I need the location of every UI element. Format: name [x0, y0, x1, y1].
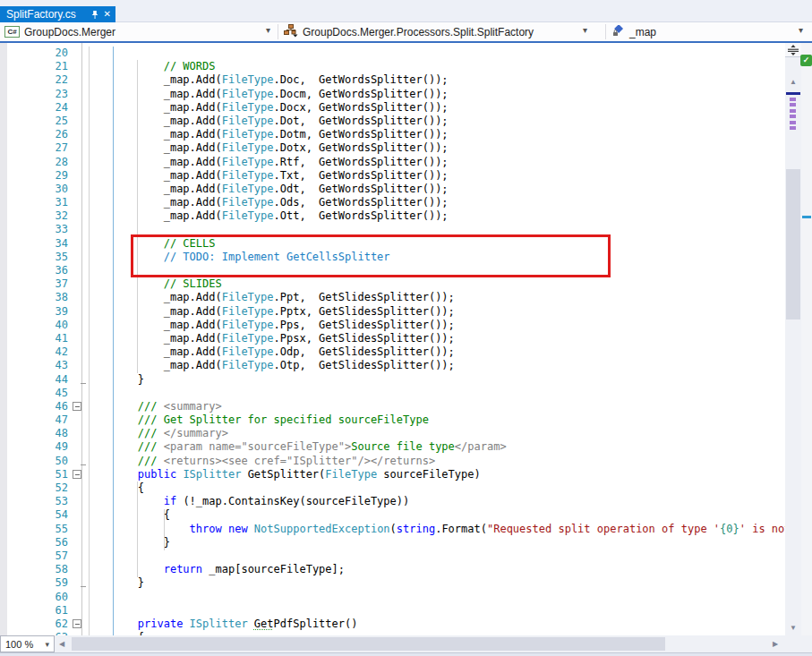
code-line[interactable]: 58 return _map[sourceFileType];	[0, 563, 785, 576]
scrollbar-purple-mark	[790, 126, 796, 130]
code-line[interactable]: 20	[0, 47, 785, 60]
code-editor[interactable]: 2021 // WORDS22 _map.Add(FileType.Doc, G…	[0, 43, 785, 635]
code-line[interactable]: 54 {	[0, 508, 785, 522]
fold-margin	[68, 591, 86, 604]
vertical-scrollbar[interactable]: ▲ ▼	[785, 43, 801, 635]
code-line[interactable]: 44 }	[0, 373, 785, 387]
fold-collapse-button[interactable]	[73, 402, 81, 411]
fold-margin	[68, 128, 86, 141]
code-line[interactable]: 51 public ISplitter GetSplitter(FileType…	[0, 468, 785, 481]
line-number: 46	[0, 400, 68, 413]
zoom-level-value: 100 %	[5, 639, 33, 650]
scroll-up-arrow[interactable]: ▲	[785, 78, 801, 86]
zoom-level-dropdown[interactable]: 100 % ▾	[0, 635, 55, 652]
code-text: _map.Add(FileType.Docm, GetWordsSplitter…	[86, 88, 449, 101]
project-dropdown[interactable]: C# GroupDocs.Merger ▾	[0, 22, 278, 41]
line-number: 27	[0, 141, 68, 155]
code-text: }	[86, 373, 144, 387]
vertical-scrollbar-thumb[interactable]	[786, 169, 800, 319]
code-line[interactable]: 53 if (!_map.ContainsKey(sourceFileType)…	[0, 495, 785, 508]
code-line[interactable]: 61	[0, 604, 785, 618]
fold-collapse-button[interactable]	[73, 619, 81, 628]
code-line[interactable]: 40 _map.Add(FileType.Pps, GetSlidesSplit…	[0, 319, 785, 332]
code-text: /// <param name="sourceFileType">Source …	[86, 440, 507, 454]
scroll-right-arrow[interactable]: ▶	[773, 635, 778, 652]
code-text: // SLIDES	[86, 277, 222, 291]
editor-bottom-bar: 100 % ▾ ◀ ▶	[0, 635, 812, 652]
code-line[interactable]: 22 _map.Add(FileType.Doc, GetWordsSplitt…	[0, 73, 785, 87]
code-line[interactable]: 25 _map.Add(FileType.Dot, GetWordsSplitt…	[0, 115, 785, 128]
code-line[interactable]: 59 }	[0, 576, 785, 590]
code-line[interactable]: 39 _map.Add(FileType.Pptx, GetSlidesSpli…	[0, 305, 785, 319]
line-number: 48	[0, 427, 68, 440]
code-line[interactable]: 38 _map.Add(FileType.Ppt, GetSlidesSplit…	[0, 291, 785, 304]
horizontal-scrollbar-thumb[interactable]	[72, 637, 665, 651]
line-number: 57	[0, 550, 68, 563]
fold-margin	[68, 277, 86, 291]
code-line[interactable]: 29 _map.Add(FileType.Txt, GetWordsSplitt…	[0, 169, 785, 183]
code-line[interactable]: 60	[0, 591, 785, 604]
scrollbar-navy-mark	[786, 92, 800, 95]
line-number: 29	[0, 169, 68, 183]
code-line[interactable]: 55 throw new NotSupportedException(strin…	[0, 523, 785, 536]
code-line[interactable]: 23 _map.Add(FileType.Docm, GetWordsSplit…	[0, 88, 785, 101]
code-text: _map.Add(FileType.Odp, GetSlidesSplitter…	[86, 345, 455, 359]
line-number: 20	[0, 47, 68, 60]
fold-margin	[68, 618, 86, 631]
fold-margin	[68, 440, 86, 454]
scroll-down-arrow[interactable]: ▼	[785, 624, 801, 632]
code-line[interactable]: 46 /// <summary>	[0, 400, 785, 413]
chevron-down-icon: ▾	[266, 25, 270, 35]
fold-margin	[68, 427, 86, 440]
code-line[interactable]: 49 /// <param name="sourceFileType">Sour…	[0, 440, 785, 454]
fold-margin	[68, 60, 86, 73]
fold-collapse-button[interactable]	[73, 470, 81, 479]
chevron-down-icon: ▾	[583, 25, 587, 35]
code-line[interactable]: 26 _map.Add(FileType.Dotm, GetWordsSplit…	[0, 128, 785, 141]
code-line[interactable]: 56 }	[0, 536, 785, 550]
line-number: 54	[0, 508, 68, 522]
project-dropdown-label: GroupDocs.Merger	[24, 26, 115, 38]
line-number: 28	[0, 156, 68, 169]
close-icon[interactable]: ✕	[104, 10, 111, 19]
line-number: 24	[0, 101, 68, 115]
scroll-left-arrow[interactable]: ◀	[59, 635, 64, 652]
code-text: _map.Add(FileType.Dot, GetWordsSplitter(…	[86, 115, 449, 128]
fold-margin	[68, 183, 86, 196]
member-dropdown[interactable]: _map ▾	[607, 22, 812, 41]
code-line[interactable]: 30 _map.Add(FileType.Odt, GetWordsSplitt…	[0, 183, 785, 196]
pin-icon[interactable]	[90, 10, 99, 20]
code-line[interactable]: 50 /// <returns><see cref="ISplitter"/><…	[0, 455, 785, 468]
type-dropdown[interactable]: GroupDocs.Merger.Processors.Split.SplitF…	[279, 22, 605, 41]
code-line[interactable]: 47 /// Get Splitter for specified source…	[0, 413, 785, 427]
code-line[interactable]: 37 // SLIDES	[0, 277, 785, 291]
code-line[interactable]: 57	[0, 550, 785, 563]
code-line[interactable]: 24 _map.Add(FileType.Docx, GetWordsSplit…	[0, 101, 785, 115]
code-line[interactable]: 28 _map.Add(FileType.Rtf, GetWordsSplitt…	[0, 156, 785, 169]
code-line[interactable]: 42 _map.Add(FileType.Odp, GetSlidesSplit…	[0, 345, 785, 359]
code-line[interactable]: 48 /// </summary>	[0, 427, 785, 440]
tab-splitfactory[interactable]: SplitFactory.cs ✕	[0, 6, 115, 22]
annotation-highlight-box	[131, 234, 611, 277]
code-line[interactable]: 27 _map.Add(FileType.Dotx, GetWordsSplit…	[0, 141, 785, 155]
line-number: 44	[0, 373, 68, 387]
line-number: 36	[0, 264, 68, 277]
code-line[interactable]: 45	[0, 387, 785, 400]
code-line[interactable]: 31 _map.Add(FileType.Ods, GetWordsSplitt…	[0, 196, 785, 209]
fold-margin	[68, 373, 86, 387]
line-number: 49	[0, 440, 68, 454]
chevron-down-icon: ▾	[799, 25, 803, 35]
code-text: /// </summary>	[86, 427, 228, 440]
member-dropdown-label: _map	[629, 26, 656, 38]
fold-margin	[68, 359, 86, 372]
code-line[interactable]: 41 _map.Add(FileType.Ppsx, GetSlidesSpli…	[0, 332, 785, 345]
file-health-check-icon[interactable]: ✓	[800, 55, 812, 66]
code-line[interactable]: 32 _map.Add(FileType.Ott, GetWordsSplitt…	[0, 209, 785, 223]
code-line[interactable]: 52 {	[0, 481, 785, 495]
code-line[interactable]: 62 private ISplitter GetPdfSplitter()	[0, 618, 785, 631]
editor-split-handle[interactable]	[785, 43, 801, 57]
line-number: 62	[0, 618, 68, 631]
code-line[interactable]: 21 // WORDS	[0, 60, 785, 73]
code-text: {	[86, 481, 144, 495]
code-line[interactable]: 43 _map.Add(FileType.Otp, GetSlidesSplit…	[0, 359, 785, 372]
